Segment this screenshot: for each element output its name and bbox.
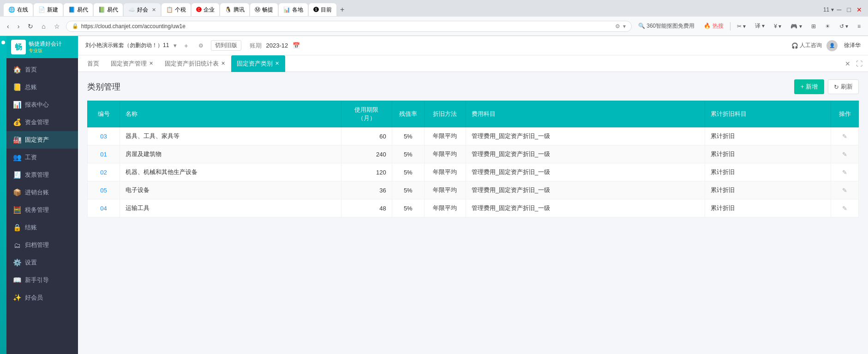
code-link-4[interactable]: 04 [100, 205, 107, 212]
browser-tab-gedi[interactable]: 📊 各地 [279, 3, 308, 16]
edit-icon-1[interactable]: ✎ [842, 151, 847, 158]
tab-home[interactable]: 首页 [82, 55, 105, 72]
sidebar-item-inventory[interactable]: 📦 进销台账 [6, 184, 78, 201]
sidebar-item-tax[interactable]: 🧮 税务管理 [6, 201, 78, 219]
switch-old-version-button[interactable]: 切到旧版 [211, 40, 241, 51]
address-input[interactable]: 🔒 https://cloud.chanjet.com/accounting/u… [66, 21, 632, 32]
translate-btn[interactable]: 译 ▾ [752, 21, 767, 31]
menu-btn[interactable]: ≡ [855, 22, 863, 30]
cell-op-4[interactable]: ✎ [831, 199, 859, 217]
cell-rate-1: 5% [392, 145, 424, 163]
code-link-2[interactable]: 02 [100, 169, 107, 176]
cell-rate-2: 5% [392, 163, 424, 181]
toolbar-tools: 🔍 360智能抠图免费用 🔥 热搜 ✂ ▾ 译 ▾ ¥ ▾ 🎮 ▾ ⊞ ☀ ↺ … [635, 21, 863, 31]
tab-depreciation-report[interactable]: 固定资产折旧统计表 ✕ [159, 55, 231, 72]
wallet-btn[interactable]: ¥ ▾ [771, 22, 784, 30]
finance-icon: 💰 [13, 118, 21, 126]
browser-tab-yidai1[interactable]: 📘 易代 [64, 3, 93, 16]
code-link-3[interactable]: 05 [100, 187, 107, 194]
grid-btn[interactable]: ⊞ [808, 22, 819, 30]
tab-fixed-assets-category[interactable]: 固定资产类别 ✕ [231, 55, 285, 72]
cell-op-2[interactable]: ✎ [831, 163, 859, 181]
sidebar-item-home[interactable]: 🏠 首页 [6, 61, 78, 78]
cell-method-4: 年限平均 [424, 199, 466, 217]
sidebar-item-payroll[interactable]: 👥 工资 [6, 149, 78, 166]
sidebar-item-archive[interactable]: 🗂 归档管理 [6, 236, 78, 254]
cell-code-1[interactable]: 01 [88, 145, 120, 163]
cut-btn[interactable]: ✂ ▾ [734, 22, 748, 30]
browser-tab-muqian[interactable]: 🅢 目前 [309, 3, 336, 16]
cell-rate-0: 5% [392, 127, 424, 145]
browser-tab-tax[interactable]: 📋 个税 [162, 3, 191, 16]
add-button[interactable]: + 新增 [794, 79, 824, 94]
tab-close-fixed-assets-category[interactable]: ✕ [275, 60, 279, 66]
close-window-button[interactable]: ✕ [854, 5, 864, 14]
cell-op-3[interactable]: ✎ [831, 181, 859, 199]
back-button[interactable]: ‹ [5, 22, 12, 31]
cell-code-3[interactable]: 05 [88, 181, 120, 199]
sidebar-item-settings[interactable]: ⚙️ 设置 [6, 254, 78, 271]
close-tab-button[interactable]: ✕ [843, 59, 852, 68]
code-link-0[interactable]: 03 [100, 133, 107, 140]
sidebar-item-guide[interactable]: 📖 新手引导 [6, 271, 78, 289]
cell-expense-3: 管理费用_固定资产折旧_一级 [466, 181, 705, 199]
search-tool[interactable]: 🔍 360智能抠图免费用 [635, 21, 697, 31]
refresh-button[interactable]: ↻ 刷新 [828, 79, 859, 94]
sidebar-item-closing[interactable]: 🔒 结账 [6, 219, 78, 236]
tab-close-depreciation-report[interactable]: ✕ [221, 60, 225, 66]
sidebar-item-fixed-assets[interactable]: 🏭 固定资产 [6, 131, 78, 149]
content-header: 类别管理 + 新增 ↻ 刷新 [87, 79, 859, 94]
code-link-1[interactable]: 01 [100, 151, 107, 158]
browser-tab-new[interactable]: 📄 新建 [34, 3, 63, 16]
browser-tab-yidai2[interactable]: 📗 易代 [94, 3, 123, 16]
edit-icon-0[interactable]: ✎ [842, 133, 847, 140]
tab-close-fixed-assets-mgmt[interactable]: ✕ [149, 60, 153, 66]
cell-accum-3: 累计折旧 [705, 181, 831, 199]
sidebar-label-member: 好会员 [25, 294, 43, 302]
cell-method-3: 年限平均 [424, 181, 466, 199]
edit-icon-4[interactable]: ✎ [842, 205, 847, 212]
consult-button[interactable]: 🎧 人工咨询 [791, 42, 822, 49]
home-button[interactable]: ⌂ [39, 22, 48, 31]
bookmark-button[interactable]: ☆ [52, 22, 62, 31]
calendar-icon[interactable]: 📅 [293, 42, 300, 49]
browser-tab-haohui[interactable]: ☁️ 好会 ✕ [124, 3, 161, 16]
cell-method-0: 年限平均 [424, 127, 466, 145]
add-account-button[interactable]: + [181, 41, 191, 50]
cell-code-2[interactable]: 02 [88, 163, 120, 181]
hot-search-btn[interactable]: 🔥 热搜 [701, 21, 726, 31]
edit-icon-2[interactable]: ✎ [842, 169, 847, 176]
games-btn[interactable]: 🎮 ▾ [788, 22, 804, 30]
expand-tab-button[interactable]: ⛶ [854, 59, 864, 68]
maximize-button[interactable]: □ [845, 5, 853, 14]
cell-op-0[interactable]: ✎ [831, 127, 859, 145]
sidebar-item-finance[interactable]: 💰 资金管理 [6, 114, 78, 131]
cell-op-1[interactable]: ✎ [831, 145, 859, 163]
browser-tab-changte[interactable]: Ⓜ 畅提 [250, 3, 278, 16]
expand-icon[interactable]: ▾ [174, 42, 177, 49]
tab-more-button[interactable]: 11 ▾ [823, 6, 834, 13]
undo-btn[interactable]: ↺ ▾ [837, 22, 851, 30]
browser-tab-online[interactable]: 🌐 在线 [4, 3, 33, 16]
browser-tab-enterprise[interactable]: 🅒 企业 [192, 3, 219, 16]
sidebar-item-member[interactable]: ✨ 好会员 [6, 289, 78, 306]
cell-code-0[interactable]: 03 [88, 127, 120, 145]
minimize-button[interactable]: ─ [835, 5, 844, 14]
sidebar-item-invoice[interactable]: 🧾 发票管理 [6, 166, 78, 184]
col-header-accum: 累计折旧科目 [705, 101, 831, 127]
tab-label-tencent: 腾讯 [233, 6, 245, 14]
sidebar-item-report[interactable]: 📊 报表中心 [6, 96, 78, 114]
main-content: 刘小艳演示账套（勿删勿动！）11 ▾ + ⚙ 切到旧版 账期 2023-12 📅… [78, 36, 868, 354]
sun-btn[interactable]: ☀ [822, 22, 833, 30]
new-tab-button[interactable]: + [337, 6, 347, 14]
sidebar-item-ledger[interactable]: 📒 总账 [6, 78, 78, 96]
tab-fixed-assets-mgmt[interactable]: 固定资产管理 ✕ [105, 55, 159, 72]
reload-button[interactable]: ↻ [25, 22, 36, 31]
browser-tab-tencent[interactable]: 🐧 腾讯 [220, 3, 249, 16]
forward-button[interactable]: › [15, 22, 22, 31]
tab-close-haohui[interactable]: ✕ [152, 7, 156, 13]
cell-code-4[interactable]: 04 [88, 199, 120, 217]
edit-icon-3[interactable]: ✎ [842, 187, 847, 194]
settings-gear-button[interactable]: ⚙ [196, 42, 206, 50]
tab-label-gedi: 各地 [292, 6, 303, 14]
